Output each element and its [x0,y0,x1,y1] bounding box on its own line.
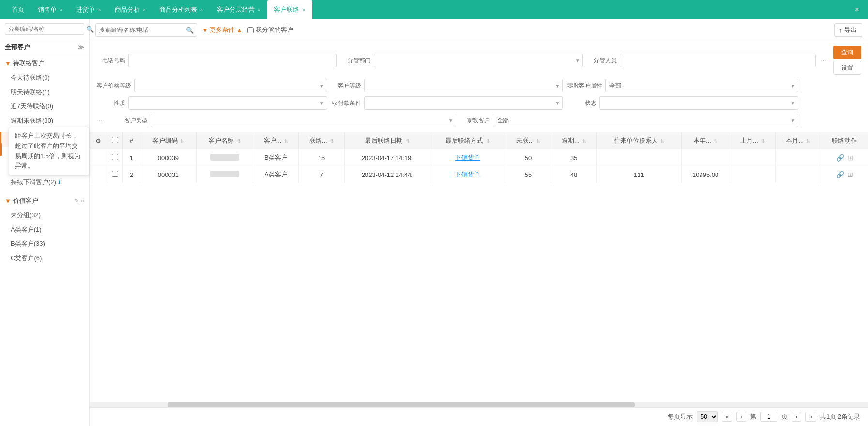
select-all-checkbox[interactable] [112,137,118,143]
filter-nature-select[interactable] [128,96,327,110]
col-settings[interactable]: ⚙ [90,132,107,149]
col-uncontacted[interactable]: 未联... ⇅ [505,132,551,149]
close-tab-purchase[interactable]: × [98,7,101,13]
action-link-icon-1[interactable]: 🔗 [836,154,844,162]
value-c-class[interactable]: C类客户(6) [0,251,89,265]
col-unit-contacts[interactable]: 往来单位联系人 ⇅ [596,132,681,149]
scrollbar-thumb[interactable] [168,402,635,407]
value-customers-section[interactable]: ▼ 价值客户 ✎ ○ [0,193,89,208]
action-link-icon-2[interactable]: 🔗 [836,171,844,178]
tab-product-analysis-list[interactable]: 商品分析列表 × [152,0,210,19]
col-this-month[interactable]: 本月... ⇅ [775,132,821,149]
name-blur-1 [210,154,239,161]
value-add-icon[interactable]: ○ [81,198,84,204]
filter-phone: 电话号码 [96,54,337,67]
close-tab-customer-contact[interactable]: × [302,7,305,13]
cell-overdue-1: 35 [551,149,596,166]
filter-dept-select-wrap: ▼ [374,54,582,67]
last-method-link-1[interactable]: 下销货单 [455,154,480,161]
next-page-btn[interactable]: › [792,412,801,422]
row2-checkbox[interactable] [112,171,118,177]
close-tab-customer-tier[interactable]: × [258,7,260,13]
col-contacts[interactable]: 联络... ⇅ [299,132,344,149]
export-button[interactable]: ↑ 导出 [834,23,863,37]
filter-scatter-customer: 零散客户 全部 ▼ [461,114,798,127]
filter-phone-input[interactable] [128,54,337,67]
value-b-class[interactable]: B类客户(33) [0,236,89,251]
cell-last-method-1[interactable]: 下销货单 [430,149,505,166]
filter-manager-input[interactable] [620,54,816,67]
action-grid-icon-1[interactable]: ⊞ [847,154,853,162]
prev-page-btn[interactable]: ‹ [736,412,746,422]
filter-status-select[interactable] [599,96,798,110]
pending-section[interactable]: ▼ 待联络客户 [0,56,89,71]
first-page-btn[interactable]: « [722,412,733,422]
col-name[interactable]: 客户名称 ⇅ [197,132,253,149]
close-tab-product-analysis[interactable]: × [143,7,146,13]
filter-scatter-attr-select[interactable]: 全部 [605,79,798,92]
filter-status: 状态 ▼ [567,96,798,110]
query-button[interactable]: 查询 [833,46,861,59]
col-index: # [122,132,140,149]
search-input[interactable] [99,27,186,33]
tab-sales[interactable]: 销售单 × [31,0,69,19]
window-close-button[interactable]: × [851,5,863,14]
cell-last-month-1 [730,149,775,166]
action-grid-icon-2[interactable]: ⊞ [847,171,853,178]
all-customers-header: 全部客户 ≫ [0,39,89,56]
filter-scatter-customer-label: 零散客户 [461,117,490,125]
filter-scatter-customer-select[interactable]: 全部 [493,114,798,127]
more-filters-btn[interactable]: ▼ 更多条件 ▲ [202,26,243,34]
value-edit-icon[interactable]: ✎ [75,198,79,204]
sidebar: 🔍 全部客户 ≫ ▼ 待联络客户 今天待联络(0) 明天待联络(1) 近7天待联… [0,19,90,426]
filter-dept-select[interactable] [374,54,582,67]
col-last-contact-method[interactable]: 最后联络方式 ⇅ [430,132,505,149]
filter-price-level-select[interactable] [134,79,327,92]
pending-overdue[interactable]: 逾期未联络(30) [0,114,89,128]
col-category[interactable]: 客户... ⇅ [253,132,299,149]
filter-dept: 分管部门 ▼ [342,54,582,67]
set-button[interactable]: 设置 [833,61,861,75]
filter-customer-type-wrap: ▼ [151,114,456,127]
pending-tomorrow[interactable]: 明天待联络(1) [0,85,89,100]
close-tab-product-analysis-list[interactable]: × [200,7,203,13]
cell-this-month-1 [775,149,821,166]
value-ungrouped[interactable]: 未分组(32) [0,208,89,222]
tab-home[interactable]: 首页 [5,0,31,19]
close-tab-sales[interactable]: × [60,7,62,13]
filter-customer-type-select[interactable] [151,114,456,127]
col-code[interactable]: 客户编码 ⇅ [140,132,197,149]
tab-customer-contact[interactable]: 客户联络 × [267,0,312,19]
filter-row4-dots-btn[interactable]: ··· [96,117,106,124]
sidebar-search-input[interactable] [5,23,84,35]
tab-purchase[interactable]: 进货单 × [69,0,107,19]
row1-checkbox[interactable] [112,154,118,160]
last-page-btn[interactable]: » [805,412,816,422]
filter-customer-level-select[interactable] [364,79,563,92]
my-customers-checkbox[interactable] [247,27,254,33]
current-page-input[interactable] [760,412,777,422]
per-page-select[interactable]: 50 [697,411,718,422]
cell-last-date-1: 2023-04-17 14:19: [344,149,430,166]
sidebar-search-icon[interactable]: 🔍 [86,26,94,33]
last-method-link-2[interactable]: 下销货单 [455,171,480,178]
pending-7days[interactable]: 近7天待联络(0) [0,99,89,114]
value-a-class[interactable]: A类客户(1) [0,222,89,237]
filter-payment-select[interactable] [364,96,563,110]
cell-last-method-2[interactable]: 下销货单 [430,166,505,183]
pending-today[interactable]: 今天待联络(0) [0,71,89,85]
tab-product-analysis[interactable]: 商品分析 × [108,0,152,19]
filter-row-2: 客户价格等级 ▼ 客户等级 ▼ 零散客户属性 [96,79,861,92]
cell-this-month-2 [775,166,821,183]
downtrend-info-icon[interactable]: ℹ [58,178,60,186]
horizontal-scrollbar[interactable] [90,402,868,407]
col-last-month[interactable]: 上月... ⇅ [730,132,775,149]
col-last-contact-date[interactable]: 最后联络日期 ⇅ [344,132,430,149]
sidebar-collapse-icon[interactable]: ≫ [78,44,84,51]
filter-manager-dots[interactable]: ··· [819,57,828,64]
tab-customer-tier[interactable]: 客户分层经营 × [210,0,267,19]
col-overdue[interactable]: 逾期... ⇅ [551,132,596,149]
col-this-year[interactable]: 本年... ⇅ [681,132,730,149]
downtrend-customers[interactable]: 持续下滑客户(2) ℹ [0,175,89,190]
search-box-icon[interactable]: 🔍 [186,27,194,34]
